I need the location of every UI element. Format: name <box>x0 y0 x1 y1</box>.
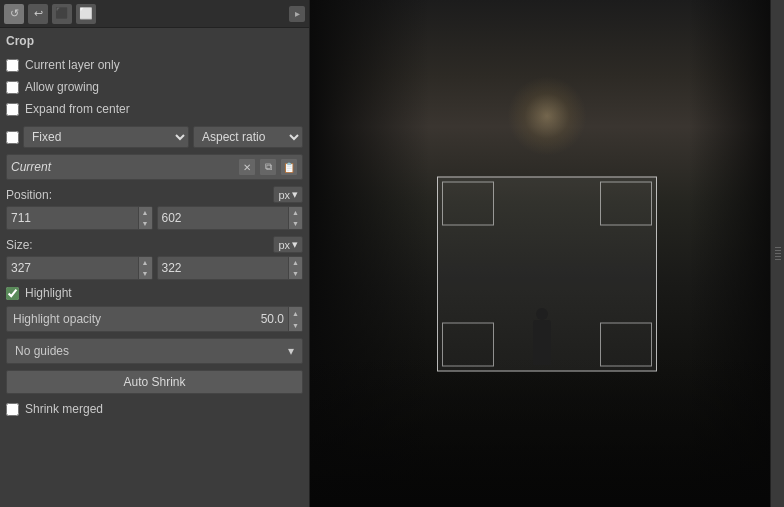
crop-overlay[interactable] <box>437 176 657 371</box>
current-input[interactable] <box>11 160 235 174</box>
zoom-fill-icon[interactable]: ⬜ <box>76 4 96 24</box>
position-x-up[interactable]: ▲ <box>138 207 152 218</box>
highlight-label[interactable]: Highlight <box>25 286 72 300</box>
size-unit-chevron: ▾ <box>292 238 298 251</box>
canvas-area[interactable] <box>310 0 784 507</box>
debris-bottom <box>310 355 784 507</box>
light-glow <box>507 76 587 156</box>
highlight-opacity-label: Highlight opacity <box>7 312 248 326</box>
position-label: Position: <box>6 188 52 202</box>
panel-content: Crop Current layer only Allow growing Ex… <box>0 28 309 507</box>
redo-icon[interactable]: ↩ <box>28 4 48 24</box>
highlight-opacity-row: Highlight opacity 50.0 ▲ ▼ <box>6 306 303 332</box>
allow-growing-checkbox[interactable] <box>6 81 19 94</box>
shrink-merged-row: Shrink merged <box>6 402 303 416</box>
current-layer-row: Current layer only <box>6 58 303 72</box>
left-panel: ↺ ↩ ⬛ ⬜ ▸ Crop Current layer only Allow … <box>0 0 310 507</box>
ruler-tick <box>775 259 781 260</box>
size-spinbox-row: ▲ ▼ ▲ ▼ <box>6 256 303 280</box>
copy-current-btn[interactable]: ⧉ <box>259 158 277 176</box>
position-section: Position: px ▾ ▲ ▼ ▲ <box>6 186 303 230</box>
image-background <box>310 0 784 507</box>
guides-chevron-icon: ▾ <box>288 344 294 358</box>
right-ruler <box>770 0 784 507</box>
size-w-down[interactable]: ▼ <box>138 268 152 279</box>
size-unit-value: px <box>278 239 290 251</box>
position-spinbox-row: ▲ ▼ ▲ ▼ <box>6 206 303 230</box>
size-h-spinbox: ▲ ▼ <box>157 256 304 280</box>
clear-current-btn[interactable]: ✕ <box>238 158 256 176</box>
size-label: Size: <box>6 238 33 252</box>
guides-label: No guides <box>15 344 69 358</box>
highlight-checkbox[interactable] <box>6 287 19 300</box>
size-unit-dropdown[interactable]: px ▾ <box>273 236 303 253</box>
undo-icon[interactable]: ↺ <box>4 4 24 24</box>
fixed-checkbox[interactable] <box>6 131 19 144</box>
position-y-spinbox: ▲ ▼ <box>157 206 304 230</box>
position-x-down[interactable]: ▼ <box>138 218 152 229</box>
ruler-tick <box>775 247 781 248</box>
size-label-row: Size: px ▾ <box>6 236 303 253</box>
position-unit-chevron: ▾ <box>292 188 298 201</box>
crop-corner-br <box>600 322 652 366</box>
current-layer-label[interactable]: Current layer only <box>25 58 120 72</box>
expand-center-checkbox[interactable] <box>6 103 19 116</box>
highlight-opacity-arrows: ▲ ▼ <box>288 307 302 331</box>
crop-corner-bl <box>442 322 494 366</box>
ruler-tick <box>775 253 781 254</box>
position-x-spinbox: ▲ ▼ <box>6 206 153 230</box>
position-y-up[interactable]: ▲ <box>288 207 302 218</box>
allow-growing-label[interactable]: Allow growing <box>25 80 99 94</box>
paste-current-btn[interactable]: 📋 <box>280 158 298 176</box>
section-title: Crop <box>6 34 303 48</box>
highlight-row: Highlight <box>6 286 303 300</box>
zoom-fit-icon[interactable]: ⬛ <box>52 4 72 24</box>
current-layer-checkbox[interactable] <box>6 59 19 72</box>
position-label-row: Position: px ▾ <box>6 186 303 203</box>
position-unit-dropdown[interactable]: px ▾ <box>273 186 303 203</box>
current-field-row: ✕ ⧉ 📋 <box>6 154 303 180</box>
size-section: Size: px ▾ ▲ ▼ ▲ ▼ <box>6 236 303 280</box>
position-x-arrows: ▲ ▼ <box>138 207 152 229</box>
opacity-down[interactable]: ▼ <box>288 319 302 331</box>
position-unit-value: px <box>278 189 290 201</box>
position-y-down[interactable]: ▼ <box>288 218 302 229</box>
expand-center-row: Expand from center <box>6 102 303 116</box>
size-h-input[interactable] <box>158 261 289 275</box>
highlight-opacity-value: 50.0 <box>248 312 288 326</box>
guides-dropdown[interactable]: No guides ▾ <box>6 338 303 364</box>
allow-growing-row: Allow growing <box>6 80 303 94</box>
fixed-select[interactable]: Fixed <box>23 126 189 148</box>
shrink-merged-label[interactable]: Shrink merged <box>25 402 103 416</box>
shrink-merged-checkbox[interactable] <box>6 403 19 416</box>
size-w-arrows: ▲ ▼ <box>138 257 152 279</box>
expand-center-label[interactable]: Expand from center <box>25 102 130 116</box>
size-h-up[interactable]: ▲ <box>288 257 302 268</box>
size-w-input[interactable] <box>7 261 138 275</box>
size-w-spinbox: ▲ ▼ <box>6 256 153 280</box>
auto-shrink-button[interactable]: Auto Shrink <box>6 370 303 394</box>
ruler-tick <box>775 256 781 257</box>
toolbar: ↺ ↩ ⬛ ⬜ ▸ <box>0 0 309 28</box>
crop-corner-tr <box>600 181 652 225</box>
size-w-up[interactable]: ▲ <box>138 257 152 268</box>
ruler-tick <box>775 250 781 251</box>
position-y-arrows: ▲ ▼ <box>288 207 302 229</box>
fixed-aspect-row: Fixed Aspect ratio <box>6 126 303 148</box>
size-h-down[interactable]: ▼ <box>288 268 302 279</box>
aspect-ratio-select[interactable]: Aspect ratio <box>193 126 303 148</box>
opacity-up[interactable]: ▲ <box>288 307 302 319</box>
crop-corner-tl <box>442 181 494 225</box>
collapse-icon[interactable]: ▸ <box>289 6 305 22</box>
position-y-input[interactable] <box>158 211 289 225</box>
size-h-arrows: ▲ ▼ <box>288 257 302 279</box>
position-x-input[interactable] <box>7 211 138 225</box>
